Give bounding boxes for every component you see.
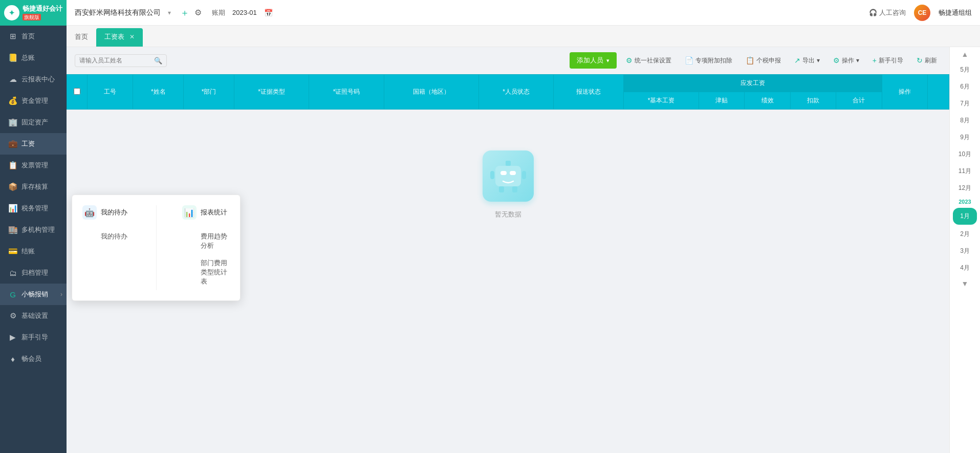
th-deduction: 扣款 — [790, 92, 836, 110]
operation-icon: ⚙ — [833, 56, 840, 64]
sidebar-item-guide[interactable]: ▶ 新手引导 — [0, 327, 67, 348]
search-box: 🔍 — [75, 54, 167, 67]
month-2022-11[interactable]: 11月 — [950, 163, 980, 180]
logo-icon: ✦ — [4, 5, 19, 20]
th-performance: 绩效 — [745, 92, 790, 110]
th-name: *姓名 — [133, 75, 184, 110]
th-operation — [928, 75, 949, 110]
popup-col-1: 🤖 我的待办 我的待办 — [82, 205, 130, 290]
social-icon: ⚙ — [626, 56, 633, 64]
add-person-dropdown-arrow: ▾ — [606, 57, 609, 64]
popup-item-dept-cost[interactable]: 部门费用类型统计表 — [182, 254, 230, 290]
popup-col2-icon: 📊 — [182, 205, 197, 220]
month-picker-down[interactable]: ▼ — [950, 276, 980, 291]
guide-icon: + — [873, 56, 877, 64]
archive-icon: 🗂 — [8, 269, 17, 277]
tax-report-icon: 📋 — [746, 56, 754, 64]
top-bar: 西安虾米网络科技有限公司 ▾ ＋ ⚙ 账期 2023-01 📅 🎧 人工咨询 C… — [67, 0, 980, 26]
month-2022-9[interactable]: 9月 — [950, 129, 980, 146]
month-2022-5[interactable]: 5月 — [950, 61, 980, 78]
th-checkbox[interactable] — [67, 75, 88, 110]
export-dropdown-arrow: ▾ — [817, 57, 820, 64]
tab-close-salary[interactable]: ✕ — [129, 33, 135, 40]
month-2022-8[interactable]: 8月 — [950, 112, 980, 129]
service-button[interactable]: 🎧 人工咨询 — [869, 8, 906, 17]
sidebar-item-ledger[interactable]: 📒 总账 — [0, 47, 67, 69]
ledger-icon: 📒 — [8, 53, 17, 62]
th-person-status: *人员状态 — [478, 75, 553, 110]
search-icon[interactable]: 🔍 — [154, 57, 162, 64]
toolbar-actions: 添加人员 ▾ ⚙ 统一社保设置 📄 专项附加扣除 📋 个税申报 — [570, 52, 941, 69]
sidebar-item-multi[interactable]: 🏬 多机构管理 — [0, 219, 67, 241]
sidebar-item-assets[interactable]: 🏢 固定资产 — [0, 112, 67, 133]
xiaochang-icon: G — [8, 290, 17, 299]
export-button[interactable]: ↗ 导出 ▾ — [790, 54, 824, 67]
sidebar-item-salary[interactable]: 💼 工资 — [0, 133, 67, 155]
user-name[interactable]: 畅捷通组组 — [939, 8, 972, 17]
sidebar: ✦ 畅捷通好会计 旗舰版 ⊞ 首页 📒 总账 ☁ 云报表中心 💰 资金管理 🏢 … — [0, 0, 67, 453]
toolbar: 🔍 添加人员 ▾ ⚙ 统一社保设置 📄 专项附加扣除 — [67, 47, 949, 74]
popup-item-my-todo[interactable]: 我的待办 — [82, 228, 130, 245]
th-total: 合计 — [836, 92, 882, 110]
period-label: 账期 — [212, 8, 225, 17]
guide-button[interactable]: + 新手引导 — [868, 54, 907, 67]
tax-report-button[interactable]: 📋 个税申报 — [742, 54, 785, 67]
assets-icon: 🏢 — [8, 118, 17, 127]
operation-button[interactable]: ⚙ 操作 ▾ — [829, 54, 863, 67]
month-2023-2[interactable]: 2月 — [950, 226, 980, 243]
refresh-button[interactable]: ↻ 刷新 — [912, 54, 941, 67]
popup-col1-icon: 🤖 — [82, 205, 97, 220]
svg-rect-2 — [510, 171, 516, 175]
sidebar-item-inventory[interactable]: 📦 库存核算 — [0, 176, 67, 198]
month-2023-3[interactable]: 3月 — [950, 243, 980, 260]
month-2022-10[interactable]: 10月 — [950, 146, 980, 163]
popup-col1-title: 🤖 我的待办 — [82, 205, 130, 220]
add-person-button[interactable]: 添加人员 ▾ — [570, 52, 617, 69]
social-insurance-button[interactable]: ⚙ 统一社保设置 — [622, 54, 676, 67]
popup-item-cost-trend[interactable]: 费用趋势分析 — [182, 228, 230, 254]
sidebar-item-home[interactable]: ⊞ 首页 — [0, 26, 67, 47]
sidebar-item-tax[interactable]: 📊 税务管理 — [0, 198, 67, 219]
tab-bar: 首页 工资表 ✕ — [67, 26, 980, 47]
tab-salary[interactable]: 工资表 ✕ — [96, 28, 143, 47]
sidebar-item-member[interactable]: ♦ 畅会员 — [0, 348, 67, 370]
settings-button[interactable]: ⚙ — [194, 8, 202, 17]
export-icon: ↗ — [794, 56, 800, 64]
company-name: 西安虾米网络科技有限公司 — [75, 8, 161, 17]
month-current[interactable]: 1月 — [953, 208, 977, 225]
avatar[interactable]: CE — [914, 5, 930, 21]
svg-rect-1 — [500, 171, 507, 175]
svg-rect-4 — [490, 171, 494, 179]
sidebar-item-reports[interactable]: ☁ 云报表中心 — [0, 69, 67, 90]
special-deduction-button[interactable]: 📄 专项附加扣除 — [681, 54, 736, 67]
add-company-button[interactable]: ＋ — [180, 7, 189, 19]
invoice-icon: 📋 — [8, 161, 17, 170]
sidebar-item-funds[interactable]: 💰 资金管理 — [0, 90, 67, 112]
company-dropdown-arrow[interactable]: ▾ — [168, 9, 171, 16]
month-2023-4[interactable]: 4月 — [950, 260, 980, 276]
sidebar-item-basic[interactable]: ⚙ 基础设置 — [0, 305, 67, 327]
settlement-icon: 💳 — [8, 247, 17, 256]
sidebar-item-xiaochang[interactable]: G 小畅报销 › — [0, 284, 67, 305]
th-department: *部门 — [184, 75, 234, 110]
sidebar-item-settlement[interactable]: 💳 结账 — [0, 241, 67, 262]
popup-menu: 🤖 我的待办 我的待办 📊 报表统计 费用趋势分析 部门费用类型统计表 — [72, 195, 241, 301]
logo-text: 畅捷通好会计 旗舰版 — [23, 5, 62, 21]
th-id-type: *证据类型 — [234, 75, 309, 110]
sidebar-item-archive[interactable]: 🗂 归档管理 — [0, 262, 67, 284]
sidebar-item-invoice[interactable]: 📋 发票管理 — [0, 155, 67, 176]
calendar-icon[interactable]: 📅 — [264, 9, 273, 17]
tab-home[interactable]: 首页 — [67, 28, 96, 47]
period-value: 2023-01 — [232, 9, 257, 16]
select-all-checkbox[interactable] — [74, 88, 80, 95]
th-base-salary: *基本工资 — [624, 92, 699, 110]
month-2022-12[interactable]: 12月 — [950, 180, 980, 197]
th-id-number: *证照号码 — [309, 75, 384, 110]
top-bar-right: 🎧 人工咨询 CE 畅捷通组组 — [869, 5, 972, 21]
app-logo[interactable]: ✦ 畅捷通好会计 旗舰版 — [0, 0, 67, 26]
th-nationality: 国籍（地区） — [384, 75, 478, 110]
search-input[interactable] — [79, 57, 151, 64]
month-2022-6[interactable]: 6月 — [950, 78, 980, 95]
month-2022-7[interactable]: 7月 — [950, 95, 980, 112]
month-picker-up[interactable]: ▲ — [950, 47, 980, 61]
